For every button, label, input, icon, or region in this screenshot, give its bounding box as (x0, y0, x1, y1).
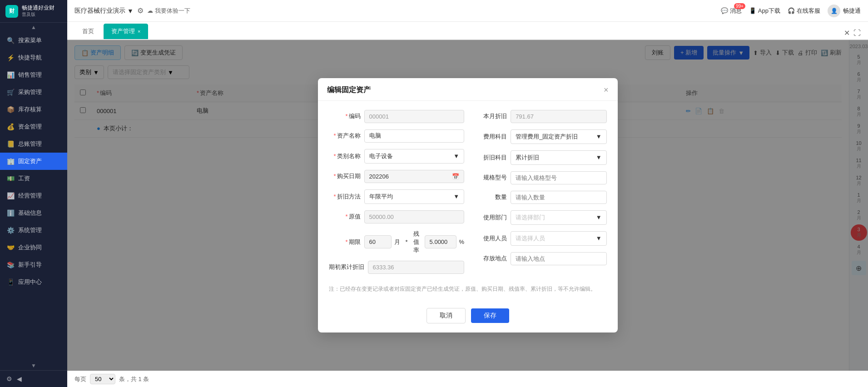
tab-maximize-icon[interactable]: ⛶ (853, 29, 861, 37)
sidebar-item-salary[interactable]: 💵 工资 (0, 170, 67, 187)
online-service-label: 在线客服 (797, 7, 820, 15)
form-row-user: 使用人员 请选择人员 ▼ (475, 231, 606, 246)
sidebar-item-finance[interactable]: 💰 资金管理 (0, 118, 67, 135)
code-input[interactable] (364, 110, 465, 123)
app-center-icon: 📱 (6, 278, 15, 286)
header-settings-icon[interactable]: ⚙ (137, 6, 144, 15)
sidebar-item-label: 经营管理 (18, 192, 42, 200)
expense-subject-value: 管理费用_固定资产折旧 (516, 133, 578, 141)
form-row-department: 使用部门 请选择部门 ▼ (475, 210, 606, 225)
form-row-name: *资产名称 (329, 129, 465, 143)
residual-rate-label: 残值率 (413, 230, 419, 254)
sidebar: 财 畅捷通好业财 普及版 ▲ 🔍 搜索菜单 ⚡ 快捷导航 📊 销售管理 🛒 采购… (0, 0, 67, 387)
ledger-icon: 📒 (6, 140, 15, 148)
spec-model-input[interactable] (511, 171, 606, 184)
location-label: 存放地点 (475, 254, 507, 263)
tab-asset-mgmt[interactable]: 资产管理 × (104, 24, 148, 39)
sidebar-nav: 🔍 搜索菜单 ⚡ 快捷导航 📊 销售管理 🛒 采购管理 📦 库存核算 💰 资金管… (0, 32, 67, 361)
spec-model-label: 规格型号 (475, 174, 507, 182)
fixed-asset-icon: 🏢 (6, 158, 15, 165)
sidebar-item-label: 搜索菜单 (18, 36, 42, 45)
per-page-select[interactable]: 50 100 (90, 374, 115, 384)
form-row-expense-subject: 费用科目 管理费用_固定资产折旧 ▼ (475, 129, 606, 144)
logo-edition: 普及版 (22, 11, 55, 18)
experience-button[interactable]: ☁ 我要体验一下 (147, 7, 190, 15)
chevron-down-icon: ▼ (453, 153, 459, 159)
app-download-button[interactable]: 📱 App下载 (749, 7, 780, 15)
tab-close-window-icon[interactable]: ✕ (844, 29, 850, 37)
location-input[interactable] (511, 252, 606, 265)
page-footer: 每页 50 100 条，共 1 条 (67, 371, 868, 387)
tab-close-icon[interactable]: × (138, 29, 140, 34)
expense-subject-select[interactable]: 管理费用_固定资产折旧 ▼ (511, 129, 606, 144)
sidebar-item-guide[interactable]: 📚 新手引导 (0, 256, 67, 273)
sidebar-item-label: 采购管理 (18, 88, 42, 96)
company-selector[interactable]: 医疗器械行业演示 ▼ (74, 7, 134, 15)
form-row-purchase-date: *购买日期 202206 📅 (329, 170, 465, 183)
sidebar-scroll-up[interactable]: ▲ (0, 23, 67, 32)
notification-icon: 💬 (721, 7, 728, 14)
dep-subject-select[interactable]: 累计折旧 ▼ (511, 150, 606, 165)
category-select[interactable]: 电子设备 ▼ (364, 149, 465, 164)
sidebar-item-label: 工资 (18, 174, 30, 183)
user-avatar: 👤 (828, 5, 840, 17)
modal-right-col: 本月折旧 费用科目 管理费用_固定资产折旧 ▼ (475, 110, 606, 280)
purchase-date-value: 202206 (369, 173, 389, 180)
save-button[interactable]: 保存 (471, 308, 509, 323)
original-value-input[interactable] (364, 210, 465, 223)
sidebar-item-label: 快捷导航 (18, 54, 42, 62)
sidebar-item-sales[interactable]: 📊 销售管理 (0, 66, 67, 84)
expense-subject-label: 费用科目 (475, 133, 507, 141)
quantity-input[interactable] (511, 191, 606, 204)
sidebar-scroll-down[interactable]: ▼ (0, 361, 67, 370)
initial-dep-input[interactable] (368, 261, 465, 274)
notification-button[interactable]: 💬 消息 99+ (721, 7, 742, 15)
residual-rate-input[interactable] (425, 235, 456, 248)
modal-overlay: 编辑固定资产 × *编码 (67, 40, 868, 371)
sidebar-item-enterprise[interactable]: 🤝 企业协同 (0, 239, 67, 256)
department-select[interactable]: 请选择部门 ▼ (511, 210, 606, 225)
tab-home[interactable]: 首页 (74, 24, 102, 39)
sidebar-item-operations[interactable]: 📈 经营管理 (0, 187, 67, 204)
period-input[interactable] (364, 235, 392, 248)
sidebar-item-quick-nav[interactable]: ⚡ 快捷导航 (0, 49, 67, 66)
sidebar-item-system[interactable]: ⚙️ 系统管理 (0, 222, 67, 239)
sidebar-item-inventory[interactable]: 📦 库存核算 (0, 101, 67, 118)
user-select[interactable]: 请选择人员 ▼ (511, 231, 606, 246)
sidebar-item-search[interactable]: 🔍 搜索菜单 (0, 32, 67, 49)
online-service-button[interactable]: 🎧 在线客服 (788, 7, 820, 15)
purchase-date-input[interactable]: 202206 📅 (364, 170, 465, 183)
modal-close-button[interactable]: × (604, 86, 609, 94)
initial-dep-label: 期初累计折旧 (329, 263, 364, 271)
sidebar-item-fixed-asset[interactable]: 🏢 固定资产 (0, 153, 67, 170)
code-label: *编码 (329, 112, 361, 120)
sidebar-item-label: 总账管理 (18, 140, 42, 148)
company-name: 医疗器械行业演示 (74, 7, 125, 15)
name-input[interactable] (364, 129, 465, 143)
modal-note: 注：已经存在变更记录或者对应固定资产已经生成凭证，原值、购买日期、残值率、累计折… (329, 285, 607, 293)
system-icon: ⚙️ (6, 227, 15, 234)
sidebar-item-label: 企业协同 (18, 243, 42, 252)
sidebar-item-app-center[interactable]: 📱 应用中心 (0, 273, 67, 291)
collapse-icon[interactable]: ◀ (17, 375, 22, 382)
form-row-code: *编码 (329, 110, 465, 123)
monthly-dep-label: 本月折旧 (475, 112, 507, 120)
sidebar-item-label: 固定资产 (18, 157, 42, 165)
quick-nav-icon: ⚡ (6, 54, 15, 61)
modal-footer: 取消 保存 (318, 303, 618, 332)
main-area: 医疗器械行业演示 ▼ ⚙ ☁ 我要体验一下 💬 消息 99+ 📱 App下载 🎧… (67, 0, 868, 387)
sidebar-item-purchase[interactable]: 🛒 采购管理 (0, 84, 67, 101)
cancel-button[interactable]: 取消 (427, 308, 466, 323)
sidebar-item-ledger[interactable]: 📒 总账管理 (0, 135, 67, 153)
form-row-spec-model: 规格型号 (475, 171, 606, 184)
form-row-original-value: *原值 (329, 210, 465, 223)
sidebar-item-basic-info[interactable]: ℹ️ 基础信息 (0, 204, 67, 222)
form-row-location: 存放地点 (475, 252, 606, 265)
dep-method-select[interactable]: 年限平均 ▼ (364, 189, 465, 204)
tab-home-label: 首页 (82, 27, 94, 35)
department-label: 使用部门 (475, 213, 507, 222)
experience-label: 我要体验一下 (155, 7, 190, 15)
sales-icon: 📊 (6, 71, 15, 79)
settings-bottom-icon[interactable]: ⚙ (6, 375, 12, 382)
user-area[interactable]: 👤 畅捷通 (828, 5, 861, 17)
